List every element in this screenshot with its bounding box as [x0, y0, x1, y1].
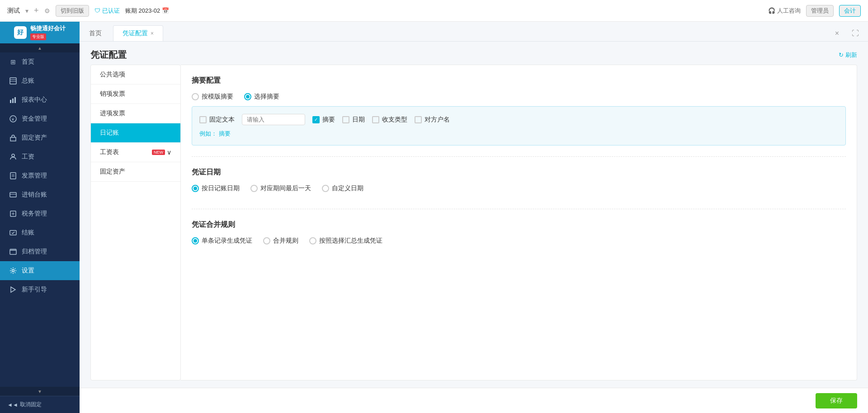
- capital-icon: ¥: [9, 115, 17, 123]
- home-icon: ⊞: [9, 58, 17, 66]
- sidebar-item-salary[interactable]: 工资: [0, 147, 80, 166]
- svg-rect-0: [10, 78, 16, 84]
- sidebar-item-invoice[interactable]: 发票管理: [0, 166, 80, 185]
- tab-home[interactable]: 首页: [80, 25, 111, 41]
- pin-icon: ◄◄: [7, 402, 18, 408]
- svg-text:¥: ¥: [11, 117, 14, 122]
- abstract-checkbox-row: 固定文本 摘要 日期: [199, 114, 838, 125]
- radio-merge-rules[interactable]: 合并规则: [263, 237, 298, 245]
- top-header: 测试 ▾ + ⚙ 切到旧版 🛡 已认证 账期 2023-02 📅 🎧 人工咨询 …: [0, 0, 868, 22]
- date-section-title: 凭证日期: [192, 168, 846, 177]
- counterpart-checkbox-box: [415, 116, 422, 123]
- radio-single-record[interactable]: 单条记录生成凭证: [192, 237, 252, 245]
- tab-voucher-config[interactable]: 凭证配置 ×: [113, 25, 163, 41]
- checkbox-abstract[interactable]: 摘要: [312, 116, 335, 124]
- tab-bar: 首页 凭证配置 × × ⛶: [80, 22, 868, 42]
- sidebar-item-guide[interactable]: 新手引导: [0, 280, 80, 299]
- calendar-icon[interactable]: 📅: [162, 7, 169, 14]
- abstract-checkbox-box: [312, 116, 320, 123]
- consult-button[interactable]: 🎧 人工咨询: [768, 7, 801, 15]
- merge-rules-circle: [263, 237, 270, 244]
- add-button[interactable]: +: [34, 6, 39, 15]
- svg-rect-4: [12, 99, 14, 103]
- scroll-up-button[interactable]: ▲: [0, 43, 80, 52]
- sidebar-item-tax[interactable]: 税务管理: [0, 204, 80, 223]
- example-text: 例如： 摘要: [199, 130, 838, 138]
- radio-journal-date[interactable]: 按日记账日期: [192, 184, 240, 192]
- sidebar-item-settings[interactable]: 设置: [0, 261, 80, 280]
- archive-icon: [9, 248, 17, 256]
- sidebar-item-home[interactable]: ⊞ 首页: [0, 52, 80, 71]
- sidebar-item-capital[interactable]: ¥ 资金管理: [0, 109, 80, 128]
- custom-date-circle: [322, 185, 329, 192]
- scroll-down-button[interactable]: ▼: [0, 387, 80, 396]
- dropdown-icon[interactable]: ▾: [25, 7, 28, 14]
- tab-expand-button[interactable]: ⛶: [846, 26, 864, 41]
- account-period: 账期 2023-02 📅: [125, 7, 170, 15]
- two-col-layout: 公共选项 销项发票 进项发票 日记账 工资表 NEW: [80, 65, 868, 388]
- tab-close-icon[interactable]: ×: [151, 31, 154, 36]
- date-radio-group: 按日记账日期 对应期间最后一天 自定义日期: [192, 184, 846, 192]
- guide-icon: [9, 286, 17, 294]
- income-type-checkbox-box: [372, 116, 379, 123]
- refresh-icon: ↻: [839, 52, 844, 58]
- svg-rect-5: [14, 97, 16, 103]
- left-nav-purchase-invoice[interactable]: 进项发票: [91, 104, 180, 123]
- accountant-button[interactable]: 会计: [839, 5, 861, 17]
- certified-badge: 🛡 已认证: [94, 7, 120, 15]
- left-nav-journal[interactable]: 日记账: [91, 123, 180, 143]
- radio-select-all[interactable]: 按照选择汇总生成凭证: [309, 237, 382, 245]
- svg-rect-10: [10, 173, 16, 179]
- cancel-fixed-button[interactable]: ◄◄ 取消固定: [7, 401, 72, 408]
- trade-icon: [9, 191, 17, 199]
- sidebar-item-trade[interactable]: 进销台账: [0, 185, 80, 204]
- fixed-text-input[interactable]: [242, 114, 305, 125]
- tab-close-button[interactable]: ×: [830, 26, 844, 41]
- fixed-text-checkbox: [199, 116, 207, 123]
- sidebar: 好 畅捷通好会计 专业版 ▲ ⊞ 首页 总账: [0, 22, 80, 413]
- sidebar-item-ledger[interactable]: 总账: [0, 71, 80, 90]
- manager-button[interactable]: 管理员: [806, 5, 834, 17]
- svg-point-9: [12, 154, 14, 157]
- radio-template-abstract[interactable]: 按模版摘要: [192, 93, 233, 101]
- left-nav-fixed-assets[interactable]: 固定资产: [91, 162, 180, 182]
- settings-nav-icon: [9, 267, 17, 275]
- radio-last-day[interactable]: 对应期间最后一天: [250, 184, 311, 192]
- checkbox-fixed-text[interactable]: 固定文本: [199, 116, 235, 124]
- radio-select-abstract[interactable]: 选择摘要: [244, 93, 279, 101]
- journal-date-circle: [192, 185, 199, 192]
- abstract-config-box: 固定文本 摘要 日期: [192, 106, 846, 145]
- company-name: 测试: [7, 7, 20, 15]
- checkbox-date[interactable]: 日期: [342, 116, 365, 124]
- radio-custom-date[interactable]: 自定义日期: [322, 184, 363, 192]
- shield-icon: 🛡: [94, 7, 100, 14]
- tab-actions: × ⛶: [830, 26, 868, 41]
- refresh-button[interactable]: ↻ 刷新: [839, 51, 857, 59]
- left-nav-salary-table[interactable]: 工资表 NEW ∨: [91, 143, 180, 162]
- chart-icon: [9, 96, 17, 104]
- svg-rect-8: [10, 137, 16, 141]
- sidebar-item-report[interactable]: 报表中心: [0, 90, 80, 109]
- sidebar-item-close[interactable]: 结账: [0, 223, 80, 242]
- bottom-bar: 保存: [80, 388, 868, 413]
- sidebar-bottom: ◄◄ 取消固定: [0, 396, 80, 413]
- left-nav-public[interactable]: 公共选项: [91, 65, 180, 84]
- date-checkbox-box: [342, 116, 349, 123]
- old-version-button[interactable]: 切到旧版: [56, 5, 89, 17]
- save-button[interactable]: 保存: [816, 393, 857, 408]
- logo-text: 畅捷通好会计: [30, 25, 66, 33]
- pro-badge: 专业版: [30, 33, 46, 40]
- sidebar-item-archive[interactable]: 归档管理: [0, 242, 80, 261]
- abstract-section-title: 摘要配置: [192, 76, 846, 85]
- page-content: 凭证配置 ↻ 刷新 公共选项 销项发票 进项发票: [80, 42, 868, 388]
- settings-icon[interactable]: ⚙: [44, 7, 50, 14]
- sidebar-item-assets[interactable]: 固定资产: [0, 128, 80, 147]
- assets-icon: [9, 134, 17, 142]
- left-nav-sales-invoice[interactable]: 销项发票: [91, 84, 180, 104]
- merge-radio-group: 单条记录生成凭证 合并规则 按照选择汇总生成凭证: [192, 237, 846, 245]
- checkbox-income-type[interactable]: 收支类型: [372, 116, 407, 124]
- svg-rect-3: [10, 100, 11, 103]
- radio-template-circle: [192, 93, 199, 100]
- checkbox-counterpart[interactable]: 对方户名: [415, 116, 450, 124]
- tax-icon: [9, 210, 17, 218]
